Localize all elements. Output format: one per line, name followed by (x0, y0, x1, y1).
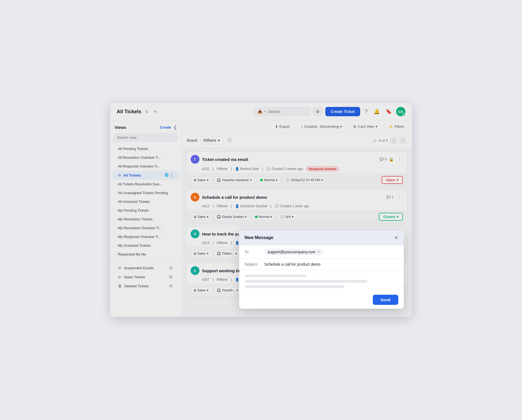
brand-left: Brand Riffwire ▾ ⓘ (187, 136, 233, 144)
to-chip: support@yourcompany.com ✕ (264, 249, 324, 255)
sidebar-nav-item-4[interactable]: All Tickets Resolution Due... (112, 180, 179, 188)
more-button[interactable]: ⋮ (396, 194, 403, 201)
brand-select[interactable]: Riffwire ▾ (200, 136, 223, 144)
team-field[interactable]: ⊞ Sales ▾ (191, 250, 211, 257)
ticket-fields: ⊞ Sales ▾ 🎧 Gisella Sowten ▾ Normal ▾ (191, 214, 297, 220)
ticket-top: T Ticket created via email 💬 0 🔒 ⋮ (186, 152, 407, 165)
sidebar-title: Views (115, 125, 126, 130)
status-button[interactable]: Closed ▾ (379, 213, 403, 221)
ticket-title-row: S Schedule a call for product demo (191, 193, 267, 202)
chevron-down-icon: ▾ (235, 252, 237, 256)
view-button[interactable]: ⊞ Card View ▾ (351, 123, 380, 130)
sidebar-nav-item-11[interactable]: My Unsolved Tickets (112, 241, 179, 250)
agent-field[interactable]: 🎧 Yolanthe Ivankovic ▾ (214, 177, 255, 183)
ticket-title: Support working time (202, 268, 244, 273)
ticket-assignee: 👤 Dennision Duddell (235, 204, 267, 208)
export-button[interactable]: ⬆ Export (273, 123, 292, 130)
sidebar-nav-item-6[interactable]: All Unsolved Tickets (112, 197, 179, 206)
ticket-top: S Schedule a call for product demo 💬 1 ⋮ (186, 189, 407, 203)
chevron-down-icon: ▾ (270, 215, 272, 219)
sidebar-item-label: My Unsolved Tickets (118, 243, 151, 248)
search-box: 📥 ▾ (254, 107, 310, 116)
chevron-down-icon-2: ▾ (376, 124, 377, 129)
time-field[interactable]: 🕐 25/Apr/22 07:45 PM ▾ (283, 177, 326, 183)
time-field[interactable]: 🕐 N/A ▾ (277, 214, 297, 220)
create-ticket-button[interactable]: Create Ticket (325, 107, 360, 116)
sidebar-nav-item-9[interactable]: My Resolution Overdue Ti... (112, 224, 179, 232)
brand-bar: Brand Riffwire ▾ ⓘ 1 - 4 of 4 ‹ › (182, 133, 412, 148)
next-page-button[interactable]: › (399, 137, 407, 144)
agent-field[interactable]: 🎧 Thillan... ▾ (214, 250, 240, 257)
sidebar-nav-item-12[interactable]: Requested By Me (112, 250, 179, 259)
sidebar-nav-item-1[interactable]: All Resolution Overdue Ti... (112, 153, 179, 162)
notification-button[interactable]: 🔔 (372, 107, 381, 116)
team-field[interactable]: ⊞ Sales ▾ (191, 177, 211, 183)
filters-button[interactable]: ⚡ Filters (386, 123, 406, 130)
chevron-down-icon: ▾ (207, 288, 208, 292)
filter-button[interactable]: ⚙ (313, 107, 323, 116)
sort-button[interactable]: ↕ Created - Descending ▾ (299, 123, 344, 130)
ticket-meta: #232 | Riffwire | 👤 Bertina Slide | 🕐 Cr… (186, 165, 407, 174)
bookmark-button[interactable]: 🔖 (384, 107, 393, 116)
ticket-avatar: S (191, 193, 199, 202)
chevron-down-icon: ▾ (207, 178, 208, 182)
search-view (114, 133, 178, 142)
section-item-2[interactable]: 🗑 Deleted Tickets 4 (112, 282, 179, 290)
ticket-brand: Riffwire (217, 278, 228, 282)
prev-page-button[interactable]: ‹ (390, 137, 397, 144)
more-button[interactable]: ⋮ (396, 156, 403, 163)
status-button[interactable]: Open ▾ (382, 176, 403, 184)
person-icon: 👤 (235, 241, 239, 245)
chip-close-button[interactable]: ✕ (317, 250, 320, 254)
team-field[interactable]: ⊞ Sales ▾ (191, 287, 211, 294)
section-item-1[interactable]: ⊘ Spam Tickets 6 (112, 273, 179, 281)
comment-count: 💬 0 (380, 157, 387, 161)
collapse-button[interactable]: ❮ (173, 125, 177, 130)
modal-close-button[interactable]: ✕ (394, 235, 398, 241)
refresh-button[interactable]: ↻ (144, 108, 150, 115)
help-button[interactable]: ? (363, 108, 369, 116)
ticket-avatar: H (191, 229, 199, 238)
agent-field[interactable]: 🎧 Gisella Sowten ▾ (214, 214, 250, 220)
clock-meta-icon: 🕐 (266, 167, 270, 171)
sidebar-item-label: All Unassigned Tickets Pending (118, 191, 168, 195)
priority-field[interactable]: Normal ▾ (257, 177, 280, 183)
search-view-input[interactable] (117, 135, 174, 140)
section-item-0[interactable]: ✉ Suspended Emails 2 (112, 263, 179, 272)
content-line-1 (245, 274, 306, 277)
person-icon: 👤 (235, 167, 239, 171)
team-field[interactable]: ⊞ Sales ▾ (191, 214, 211, 220)
chevron-down-icon-3: ▾ (218, 138, 220, 143)
modal-to-field: To support@yourcompany.com ✕ (239, 245, 404, 259)
status-value: Open (386, 178, 395, 182)
separator-1: | (213, 204, 213, 208)
headset-icon: 🎧 (217, 178, 221, 182)
badge: 4 (168, 284, 173, 288)
ticket-number: #312 (202, 204, 210, 208)
app-window: All Tickets ↻ ✏ 📥 ▾ ⚙ Create Ticket ? 🔔 … (110, 103, 412, 317)
trash-icon: 🗑 (118, 284, 122, 288)
agent-field[interactable]: 🎧 Yolanth... ▾ (214, 287, 241, 294)
sidebar-nav-item-8[interactable]: My Resolution Tickets (112, 215, 179, 223)
priority-value: Normal (259, 215, 269, 219)
ticket-fields: ⊞ Sales ▾ 🎧 Yolanthe Ivankovic ▾ Normal … (191, 177, 326, 183)
sidebar-nav-item-3[interactable]: ☆ All Tickets 🌐 ⋮ (112, 171, 179, 180)
send-button[interactable]: Send (373, 295, 398, 305)
sidebar-nav-item-2[interactable]: All Response Overdue Ti... (112, 162, 179, 171)
priority-field[interactable]: Normal ▾ (252, 214, 275, 220)
info-button[interactable]: ⓘ (226, 137, 233, 144)
sidebar-nav-item-5[interactable]: All Unassigned Tickets Pending (112, 189, 179, 197)
sidebar-nav-item-0[interactable]: All Pending Tickets (112, 144, 179, 153)
edit-button[interactable]: ✏ (153, 108, 158, 115)
search-input[interactable] (268, 109, 307, 114)
more-icon: ⋮ (170, 173, 174, 177)
avatar[interactable]: GS (396, 107, 405, 116)
sidebar-nav-item-10[interactable]: My Response Overdue Ti... (112, 232, 179, 241)
lock-icon: 🔒 (389, 157, 394, 161)
sidebar-nav-item-7[interactable]: My Pending Tickets (112, 206, 179, 215)
grid-icon: ⊞ (194, 178, 196, 182)
ticket-assignee: 👤 Bertina Slide (235, 167, 259, 171)
content-toolbar: ⬆ Export ↕ Created - Descending ▾ ⊞ Card… (182, 120, 412, 133)
create-link[interactable]: Create (160, 125, 171, 129)
nav-items-container: All Pending TicketsAll Resolution Overdu… (110, 144, 181, 259)
